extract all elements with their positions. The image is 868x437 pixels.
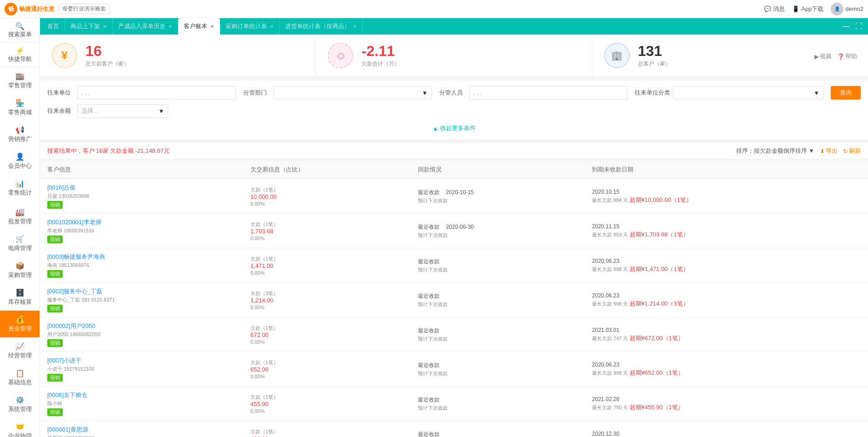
debt-info-cell: 欠款（1笔） 1,471.00 0.00%: [243, 248, 411, 283]
tab-home[interactable]: 首页: [42, 18, 65, 35]
due-date-cell: 2021.03.01 最长欠款 747 天 超期¥672.00（1笔）: [585, 317, 868, 352]
sidebar-quick-nav[interactable]: ⚡ 快捷导航: [0, 43, 40, 67]
sidebar-item-ecommerce[interactable]: 🛒 电商管理: [0, 230, 40, 257]
collect-status-cell: 最近收款 预计下次收款: [411, 283, 585, 317]
overdue-link[interactable]: 超期¥652.00（1笔）: [630, 369, 684, 376]
debt-amount[interactable]: 1,471.00: [251, 262, 404, 269]
sidebar-item-purchase[interactable]: 📦 采购管理: [0, 257, 40, 284]
debt-label: 欠款（3笔）: [251, 290, 404, 297]
debt-percent: 0.00%: [251, 236, 404, 241]
customer-name-link[interactable]: [0002]服务中心_丁磊: [47, 287, 236, 296]
customer-name-link[interactable]: [000001]黄思源: [47, 426, 236, 434]
customer-name-link[interactable]: [0001020001]李老师: [47, 218, 236, 226]
tab-close-import-stats[interactable]: ✕: [353, 24, 357, 30]
customer-contact: 陈小帅: [47, 400, 236, 407]
customer-info-cell: [0001020001]李老师 李老师 18600391516 现销: [40, 214, 243, 248]
debt-amount[interactable]: 652.00: [251, 366, 404, 373]
top-bar-right: 💬 消息 📱 App下载 👤 demo2: [764, 3, 863, 15]
tab-product-onoff[interactable]: 商品上下架 ✕: [65, 18, 113, 35]
page-content: ¥ 16 总欠款客户（家） ◇ -2: [40, 35, 868, 437]
filter-collapse-toggle[interactable]: ▲ 收起更多条件: [47, 122, 861, 134]
brand-name: 畅捷通好生意: [19, 5, 55, 13]
debt-amount[interactable]: 455.90: [251, 401, 404, 407]
debt-amount[interactable]: 1,703.68: [251, 228, 404, 235]
sidebar-item-retail-stats[interactable]: 📊 零售统计: [0, 175, 40, 201]
unit-class-select[interactable]: ▼: [673, 86, 823, 99]
overdue-link[interactable]: 超期¥455.90（1笔）: [630, 404, 684, 411]
debt-amount[interactable]: 672.00: [251, 332, 404, 338]
sidebar-item-retail-mgmt[interactable]: 🏬 零售管理: [0, 67, 40, 94]
overdue-link[interactable]: 超期¥1,703.68（1笔）: [630, 231, 689, 238]
th-due-date: 到期未收款日期: [585, 161, 868, 179]
result-info-bar: 搜索结果中，客户 16家 欠款金额 -21,148.07元 排序：按欠款金额倒序…: [40, 143, 868, 159]
sidebar-item-ops[interactable]: 📈 经营管理: [0, 337, 40, 364]
refresh-button[interactable]: ↻ 刷新: [843, 147, 861, 155]
data-table: 客户信息 欠交易信息（占比） 回款情况 到期未收款日期 [0016]吕俊 吕俊 …: [40, 161, 868, 437]
export-button[interactable]: ⬇ 导出: [820, 147, 838, 155]
app-download-button[interactable]: 📱 App下载: [792, 5, 823, 13]
customer-info-cell: [0003]畅捷服务尹海燕 海燕 18513066976 现销: [40, 248, 243, 283]
debt-label: 欠款（1笔）: [251, 394, 404, 401]
tab-close-customer-account[interactable]: ✕: [210, 24, 214, 30]
top-bar: 畅 畅捷通好生意 母婴行业演示账套 💬 消息 📱 App下载 👤 demo2: [0, 0, 868, 18]
stat-label-debt-customers: 总欠款客户（家）: [85, 60, 129, 68]
view-video-link[interactable]: ▶ 视频: [814, 52, 832, 60]
stat-value-debt-customers: 16: [85, 44, 129, 58]
tab-import-stats[interactable]: 进货单统计表（按商品） ✕: [280, 18, 363, 35]
sidebar-item-retail-store[interactable]: 🏪 零售商城: [0, 94, 40, 121]
sidebar-item-inventory[interactable]: 🗄️ 库存核算: [0, 284, 40, 311]
last-collect-label: 最近收款: [418, 258, 577, 266]
customer-name-link[interactable]: [000002]用户2050: [47, 322, 236, 330]
overdue-link[interactable]: 超期¥672.00（1笔）: [630, 335, 684, 342]
search-button[interactable]: 查询: [831, 86, 861, 100]
tab-maximize-button[interactable]: ⛶: [853, 21, 864, 32]
manager-input[interactable]: ...: [469, 86, 628, 100]
next-collect-label: 预计下次收款: [418, 232, 577, 239]
stat-icon-wrap-3: 🏢: [603, 42, 631, 69]
customer-name-link[interactable]: [0003]畅捷服务尹海燕: [47, 253, 236, 261]
tab-purchase-order[interactable]: 采购订单统计表 ✕: [220, 18, 280, 35]
tab-customer-account[interactable]: 客户账本 ✕: [178, 18, 220, 35]
user-profile[interactable]: 👤 demo2: [831, 3, 863, 15]
balance-select[interactable]: 选择... ▼: [77, 104, 168, 118]
sidebar-search-menu[interactable]: 🔍 搜索菜单: [0, 18, 40, 43]
batch-mgmt-icon: 🏭: [15, 208, 25, 216]
tab-close-product-onoff[interactable]: ✕: [103, 24, 107, 30]
stat-card-debt-customers: ¥ 16 总欠款客户（家）: [40, 35, 316, 76]
unit-class-arrow-icon: ▼: [813, 90, 819, 96]
customer-info-cell: [0006]去下粮仓 陈小帅 现销: [40, 387, 243, 421]
sidebar-item-batch-mgmt[interactable]: 🏭 批发管理: [0, 203, 40, 230]
overdue-link[interactable]: 超期¥10,000.00（1笔）: [630, 196, 692, 203]
debt-amount[interactable]: 10,000.00: [251, 193, 404, 200]
help-link[interactable]: ❓ 帮助: [837, 52, 857, 60]
sidebar-item-enterprise[interactable]: 🤝 企业协同: [0, 418, 40, 437]
due-date: 2020.06.23: [592, 292, 861, 299]
sidebar-item-marketing[interactable]: 📢 营销推广: [0, 121, 40, 148]
source-unit-input[interactable]: ...: [77, 86, 236, 100]
message-button[interactable]: 💬 消息: [764, 5, 785, 13]
overdue-link[interactable]: 超期¥1,214.00（3笔）: [630, 300, 689, 307]
sidebar-item-basic-info[interactable]: 📋 基础信息: [0, 364, 40, 391]
tab-minimize-button[interactable]: —: [841, 21, 852, 32]
debt-percent: 0.00%: [251, 305, 404, 310]
sidebar-item-finance[interactable]: 💰 资金管理: [0, 311, 40, 337]
app-icon: 📱: [792, 5, 799, 12]
customer-info-cell: [0016]吕俊 吕俊 13026203696 现销: [40, 179, 243, 214]
tab-produce-history[interactable]: 产成品入库单历史 ✕: [113, 18, 178, 35]
overdue-link[interactable]: 超期¥1,471.00（1笔）: [630, 266, 689, 272]
result-summary: 搜索结果中，客户 16家 欠款金额 -21,148.07元: [47, 147, 170, 155]
debt-amount[interactable]: 1,214.00: [251, 297, 404, 304]
customer-name-link[interactable]: [0016]吕俊: [47, 184, 236, 192]
customer-name-link[interactable]: [0007]小进干: [47, 357, 236, 365]
sidebar-item-membership[interactable]: 👤 会员中心: [0, 148, 40, 175]
enterprise-name[interactable]: 母婴行业演示账套: [58, 4, 110, 14]
sidebar-item-sys-mgmt[interactable]: ⚙️ 系统管理: [0, 391, 40, 418]
debt-info-cell: 欠款（1笔） 1,703.68 0.00%: [243, 214, 411, 248]
tab-close-produce-history[interactable]: ✕: [168, 24, 172, 30]
dept-select[interactable]: ▼: [273, 86, 432, 99]
customer-name-link[interactable]: [0006]去下粮仓: [47, 391, 236, 399]
debt-amount[interactable]: 429.00: [251, 435, 404, 437]
tab-close-purchase-order[interactable]: ✕: [270, 24, 274, 30]
customer-info-cell: [0007]小进干 小进干 18279152100 现销: [40, 352, 243, 387]
stat-label-total-customers: 总客户（家）: [638, 60, 671, 68]
